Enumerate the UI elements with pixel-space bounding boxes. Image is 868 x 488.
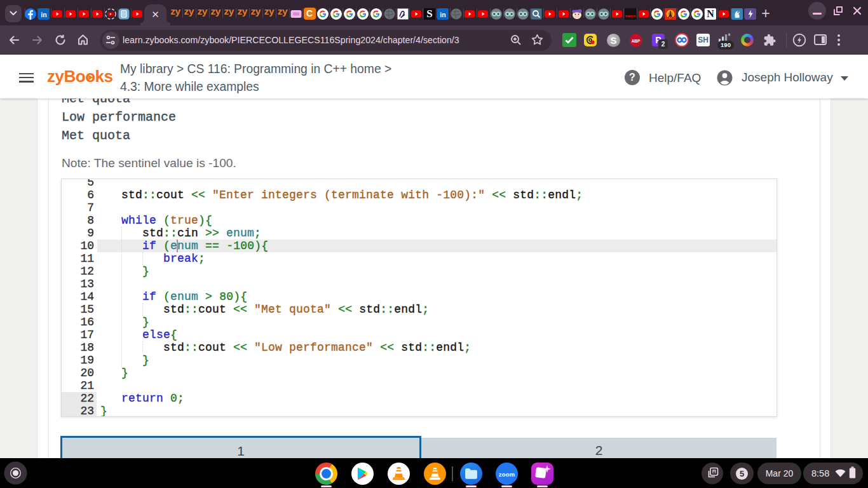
svg-text:ABP: ABP bbox=[632, 39, 641, 43]
